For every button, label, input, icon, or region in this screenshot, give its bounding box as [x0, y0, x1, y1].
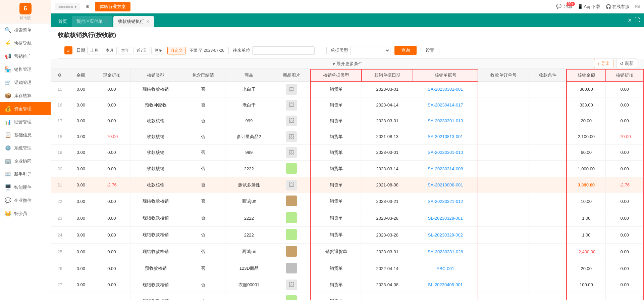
message-badge: 99+ — [567, 2, 575, 6]
row-cancel-bill-no-23[interactable]: SL-20230328-001 — [413, 210, 478, 226]
row-cancel-bill-no-18[interactable]: SA-20210813-001 — [413, 129, 478, 144]
sidebar-item-system[interactable]: ⚙️ 系统管理 — [0, 141, 51, 155]
row-gear-19[interactable]: 19 — [51, 144, 69, 160]
industry-btn[interactable]: 体验行业方案 — [95, 2, 130, 11]
row-gear-26[interactable]: 26 — [51, 260, 69, 277]
date-btn-本月[interactable]: 本月 — [103, 47, 117, 54]
close-tab-btn[interactable]: ✕ — [628, 17, 632, 24]
tab-close-receipt-cancel[interactable]: ✕ — [146, 19, 149, 24]
row-cancel-bill-no-21[interactable]: SA-20210808-001 — [413, 177, 478, 193]
row-cancel-bill-date-18: 2021-08-13 — [362, 129, 413, 144]
row-cancel-bill-type-16: 销货单 — [311, 97, 362, 113]
expand-conditions-btn[interactable]: ▾ 展开更多条件 — [333, 61, 363, 67]
sidebar-item-basic[interactable]: 📋 基础信息 — [0, 128, 51, 141]
date-btn-更多[interactable]: 更多 — [151, 47, 165, 54]
row-cancel-bill-no-25[interactable]: SA-20230331-026 — [413, 243, 478, 260]
tab-close-prepay[interactable]: ✕ — [105, 19, 108, 24]
row-gear-28[interactable]: 28 — [51, 293, 69, 300]
tab-home[interactable]: 首页 — [54, 16, 72, 27]
tab-receipt-cancel[interactable]: 收款核销执行✕ — [113, 16, 154, 27]
date-btn-本年[interactable]: 本年 — [118, 47, 132, 54]
row-cancel-bill-no-17[interactable]: SA-20230301-010 — [413, 113, 478, 129]
row-gear-15[interactable]: 15 — [51, 81, 69, 97]
company-selector[interactable]: ■■■■■■ ▾ — [55, 3, 80, 10]
bill-type-select[interactable] — [350, 46, 390, 55]
sidebar-item-marketing[interactable]: 📢 营销推广 — [0, 50, 51, 63]
sidebar-item-quick-nav[interactable]: ⚡ 快捷导航 — [0, 37, 51, 50]
table-row: 160.000.00预收冲应收否老白干🖼销货单2023-04-14SA-2023… — [51, 97, 644, 113]
row-cancel-bill-type-22: 销货单 — [311, 193, 362, 210]
row-cancel-bill-no-24[interactable]: SL-20230328-002 — [413, 226, 478, 243]
table-row: 280.000.00现结收款核销否2222销货单2023-04-18SL-202… — [51, 293, 644, 300]
row-gear-20[interactable]: 20 — [51, 160, 69, 177]
row-cancel-bill-date-28: 2023-04-18 — [362, 293, 413, 300]
col-header-receipt-condition: 收款条件 — [529, 69, 567, 81]
row-cash-discount-17: 0.00 — [93, 113, 130, 129]
counterpart-input[interactable] — [252, 46, 315, 55]
row-receipt-condition-22 — [529, 193, 567, 210]
top-bar-left: ■■■■■■ ▾ ⚙ 体验行业方案 — [55, 2, 556, 11]
row-cancel-bill-no-28[interactable]: SL-20230418-001 — [413, 293, 478, 300]
sidebar-label-guide: 新手引导 — [14, 171, 32, 177]
goods-image-placeholder: 🖼 — [286, 100, 297, 111]
col-header-cash-discount: 现金折扣 — [93, 69, 130, 81]
sidebar-label-purchase: 采购管理 — [14, 80, 32, 86]
row-include-settled-22: 否 — [181, 193, 225, 210]
row-include-settled-26: 否 — [181, 260, 225, 277]
row-goods-26: 123D商品 — [225, 260, 273, 277]
row-gear-21[interactable]: 21 — [51, 177, 69, 193]
date-btn-上月[interactable]: 上月 — [87, 47, 101, 54]
online-service-btn[interactable]: 🎧 在线客服 — [606, 4, 630, 10]
sidebar-item-purchase[interactable]: 🛒 采购管理 — [0, 76, 51, 89]
date-range-display: 不限 至 2023-07-26 — [190, 48, 224, 53]
row-gear-24[interactable]: 24 — [51, 226, 69, 243]
filter-toggle-btn[interactable]: » — [64, 46, 72, 54]
query-btn[interactable]: 查询 — [394, 46, 417, 55]
page-title: 收款核销执行(按收款) — [58, 31, 637, 39]
row-cancel-bill-no-16[interactable]: SA-20230414-017 — [413, 97, 478, 113]
sidebar-item-sales[interactable]: 🏪 销售管理 — [0, 63, 51, 76]
row-gear-23[interactable]: 23 — [51, 210, 69, 226]
row-gear-27[interactable]: 27 — [51, 277, 69, 293]
table-row: 260.000.00预收款核销否123D商品销货单2022-04-14ABC-0… — [51, 260, 644, 277]
sidebar-label-wechat: 企业微信 — [14, 198, 32, 204]
app-download-btn[interactable]: 📱 App下载 — [578, 4, 600, 10]
sidebar-item-hardware[interactable]: 🖥️ 智能硬件 — [0, 181, 51, 194]
sidebar-item-enterprise[interactable]: 🏢 企业协同 — [0, 155, 51, 168]
sidebar-label-quick-nav: 快捷导航 — [14, 40, 32, 46]
sidebar-label-search-menu: 搜索菜单 — [14, 27, 32, 33]
row-cancel-bill-no-15[interactable]: SA-20230301-001 — [413, 81, 478, 97]
sidebar-item-guide[interactable]: 📖 新手引导 — [0, 168, 51, 181]
date-btn-近7天[interactable]: 近7天 — [133, 47, 150, 54]
message-btn[interactable]: 💬 99+ 消息 — [556, 4, 572, 9]
row-receipt-condition-16 — [529, 97, 567, 113]
member-icon: 👑 — [5, 210, 11, 217]
row-cancel-bill-no-26[interactable]: ABC-001 — [413, 260, 478, 277]
sidebar-item-wechat[interactable]: 💬 企业微信 — [0, 194, 51, 207]
row-cancel-bill-no-27[interactable]: SL-20230408-001 — [413, 277, 478, 293]
export-btn[interactable]: ↑ 导出 — [594, 59, 614, 68]
custom-date-btn[interactable]: 自定义 — [167, 47, 185, 54]
tab-prepay[interactable]: 预付冲应付单✕ — [72, 16, 112, 27]
row-cancel-discount-18: -70.00 — [606, 129, 644, 144]
maximize-btn[interactable]: ⛶ — [635, 17, 640, 24]
row-gear-17[interactable]: 17 — [51, 113, 69, 129]
sidebar-item-inventory[interactable]: 📦 库存核算 — [0, 89, 51, 102]
row-cancel-bill-no-19[interactable]: SA-20230301-010 — [413, 144, 478, 160]
sidebar-item-member[interactable]: 👑 畅会员 — [0, 207, 51, 220]
row-gear-18[interactable]: 18 — [51, 129, 69, 144]
user-name[interactable]: Rit — [635, 4, 640, 9]
settings-icon[interactable]: ⚙ — [83, 2, 92, 11]
sidebar-label-system: 系统管理 — [14, 145, 32, 151]
sidebar-item-operation[interactable]: 📊 经营管理 — [0, 115, 51, 128]
sidebar-item-search-menu[interactable]: 🔍 搜索菜单 — [0, 24, 51, 37]
row-gear-22[interactable]: 22 — [51, 193, 69, 210]
row-goods-img-26 — [273, 260, 310, 277]
refresh-btn[interactable]: ↺ 刷新 — [616, 59, 637, 68]
row-cancel-bill-no-20[interactable]: SA-20230314-008 — [413, 160, 478, 177]
row-gear-25[interactable]: 25 — [51, 243, 69, 260]
setting-btn[interactable]: 设置 — [421, 46, 439, 55]
row-cancel-bill-no-22[interactable]: SA-20230321-012 — [413, 193, 478, 210]
sidebar-item-finance[interactable]: 💰 资金管理 — [0, 102, 51, 115]
row-gear-16[interactable]: 16 — [51, 97, 69, 113]
